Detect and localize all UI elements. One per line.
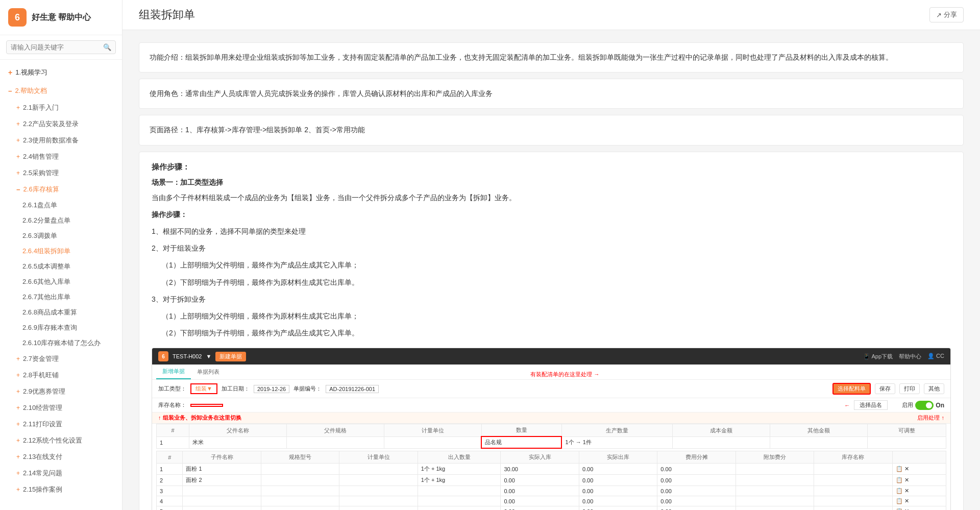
mock-new-btn[interactable]: 新建单据 (215, 352, 246, 361)
mock-other-btn[interactable]: 其他 (924, 383, 944, 394)
mock-select-btn[interactable]: 选择配料单 (832, 383, 871, 395)
step1: 1、根据不同的业务，选择不同单据的类型来处理 (152, 225, 951, 238)
mock-num-value: AD-20191226-001 (326, 385, 379, 393)
td-parent-spec (286, 436, 384, 448)
steps-block: 操作步骤： 场景一：加工类型选择 当由多个子件材料组装成一个成品的业务为【组装】… (139, 152, 964, 510)
mock-toggle-label: 启用 (902, 401, 913, 409)
nav-item-264[interactable]: 2.6.4组装拆卸单 (14, 244, 122, 259)
mock-print-btn[interactable]: 打印 (899, 383, 920, 394)
mock-bottom-table-area: # 子件名称 规格型号 计量单位 出入数量 实际入库 实际出库 费用分摊 附加费… (152, 451, 950, 510)
bth-op (892, 451, 946, 464)
plus-icon-purchase: + (16, 169, 20, 177)
sidebar-item-coupon[interactable]: + 2.9优惠券管理 (8, 383, 122, 400)
share-icon: ↗ (936, 11, 942, 19)
mock-screenshot: 6 TEST-H002 ▼ 新建单据 📱 App下载 帮助中心 👤 CC (152, 348, 950, 510)
table-row: 1 米米 品名规 1个 → 1件 (157, 436, 946, 448)
sidebar-item-print[interactable]: + 2.11打印设置 (8, 416, 122, 432)
table-row: 50.000.000.00📋 ✕ (157, 506, 946, 510)
sidebar-item-ops[interactable]: + 2.10经营管理 (8, 400, 122, 416)
toggle-circle (926, 402, 932, 408)
nav-item-261[interactable]: 2.6.1盘点单 (14, 198, 122, 213)
mock-form-header: 加工类型： 组装▼ 加工日期： 2019-12-26 单据编号： AD-2019… (152, 380, 950, 398)
nav-item-269[interactable]: 2.6.9库存账本查询 (14, 320, 122, 335)
bth-out: 实际出库 (579, 451, 657, 464)
sidebar-item-inventory[interactable]: − 2.6库存核算 (8, 181, 122, 198)
search-box[interactable]: 🔍 (6, 40, 116, 54)
td-cost (673, 436, 770, 448)
share-button[interactable]: ↗ 分享 (929, 7, 964, 22)
mock-helper: 帮助中心 (899, 353, 921, 360)
mock-bottom-table: # 子件名称 规格型号 计量单位 出入数量 实际入库 实际出库 费用分摊 附加费… (156, 451, 946, 510)
mock-stock-input[interactable] (190, 404, 223, 407)
sidebar-item-payment[interactable]: + 2.13在线支付 (8, 449, 122, 465)
sidebar-item-docs[interactable]: − 2.帮助文档 (0, 82, 122, 100)
mock-top-table-area: # 父件名称 父件规格 计量单位 数量 生产数量 成本金额 其他金额 可调整 (152, 424, 950, 451)
plus-icon-data: + (16, 137, 20, 144)
nav-item-266[interactable]: 2.6.6其他入库单 (14, 274, 122, 289)
plus-icon-cases: + (16, 486, 20, 493)
sidebar-item-video[interactable]: + 1.视频学习 (0, 64, 122, 81)
sidebar-item-sales[interactable]: + 2.4销售管理 (8, 149, 122, 165)
bth-extra: 附加费分 (736, 451, 814, 464)
mock-date-value: 2019-12-26 (254, 385, 289, 393)
mock-date-label: 加工日期： (222, 385, 250, 393)
sidebar-item-newbie[interactable]: + 2.1新手入门 (8, 100, 122, 116)
search-input[interactable] (11, 43, 103, 51)
sidebar-item-faq[interactable]: + 2.14常见问题 (8, 465, 122, 481)
mock-tab-active[interactable]: 新增单据 (156, 365, 191, 379)
toggle-on-label: On (936, 402, 944, 409)
scene1-title: 场景一：加工类型选择 (152, 178, 951, 187)
mock-annotation-row: ↑ 组装业务、拆卸业务在这里切换 启用处理 ↑ (152, 412, 950, 424)
intro-text: 功能介绍：组装拆卸单用来处理企业组装或拆卸等加工业务，支持有固定装配清单的产品加… (150, 53, 893, 61)
mock-toggle-on[interactable] (915, 401, 934, 410)
nav-item-265[interactable]: 2.6.5成本调整单 (14, 259, 122, 274)
plus-icon-faq: + (16, 470, 20, 477)
mock-qty-input[interactable]: 选择品名 (854, 400, 888, 410)
sidebar-item-finance[interactable]: + 2.7资金管理 (8, 351, 122, 367)
mock-tab-list[interactable]: 单据列表 (191, 365, 226, 379)
plus-icon-mobile: + (16, 372, 20, 379)
th-parent-name: 父件名称 (189, 424, 287, 437)
th-no: # (157, 424, 189, 437)
table-row: 2 面粉 2 1个 + 1kg 0.00 0.00 0.00 (157, 475, 946, 486)
mock-user: 👤 CC (927, 353, 944, 360)
sidebar-item-sys[interactable]: + 2.12系统个性化设置 (8, 432, 122, 449)
nav-item-262[interactable]: 2.6.2分量盘点单 (14, 213, 122, 228)
sidebar-item-data[interactable]: + 2.3使用前数据准备 (8, 132, 122, 149)
mock-type-label: 加工类型： (158, 385, 186, 393)
mock-save-btn[interactable]: 保存 (875, 383, 895, 394)
th-cost: 成本金额 (673, 424, 770, 437)
sidebar-item-cases[interactable]: + 2.15操作案例 (8, 481, 122, 498)
plus-icon-install: + (16, 120, 20, 128)
mock-type-selector[interactable]: 组装▼ (190, 383, 217, 394)
nav-item-2610[interactable]: 2.6.10库存账本错了怎么办 (14, 335, 122, 351)
plus-icon-newbie: + (16, 104, 20, 111)
th-qty: 数量 (481, 424, 561, 437)
main-header: 组装拆卸单 ↗ 分享 (122, 0, 980, 30)
mock-stock-row: 库存名称： ← 选择品名 启用 On (152, 398, 950, 412)
nav-item-268[interactable]: 2.6.8商品成本重算 (14, 305, 122, 320)
scene1-desc: 当由多个子件材料组装成一个成品的业务为【组装】业务，当由一个父件拆分成多个子产品… (152, 191, 951, 204)
sidebar-item-install[interactable]: + 2.2产品安装及登录 (8, 116, 122, 132)
td-parent-name: 米米 (189, 436, 287, 448)
minus-icon-inventory: − (16, 186, 20, 193)
intro-block: 功能介绍：组装拆卸单用来处理企业组装或拆卸等加工业务，支持有固定装配清单的产品加… (139, 42, 964, 72)
nav-item-267[interactable]: 2.6.7其他出库单 (14, 289, 122, 305)
nav-section-video: + 1.视频学习 (0, 64, 122, 81)
sidebar-item-purchase[interactable]: + 2.5采购管理 (8, 165, 122, 181)
td-no: 1 (157, 436, 189, 448)
plus-icon-sys: + (16, 437, 20, 444)
annotation-handle: 启用处理 ↑ (917, 414, 944, 422)
plus-icon-ops: + (16, 404, 20, 411)
mock-stock-label: 库存名称： (158, 401, 186, 409)
ops-title: 操作步骤： (152, 208, 951, 221)
th-parent-spec: 父件规格 (286, 424, 384, 437)
minus-icon: − (8, 87, 12, 95)
nav-item-263[interactable]: 2.6.3调拨单 (14, 228, 122, 244)
sidebar-item-mobile[interactable]: + 2.8手机旺铺 (8, 367, 122, 383)
bth-name: 子件名称 (183, 451, 261, 464)
bth-stock: 库存名称 (814, 451, 892, 464)
mock-qty-red[interactable]: 品名规 (485, 439, 502, 445)
annotation-assembly-text: ↑ 组装业务、拆卸业务在这里切换 (158, 414, 241, 422)
step3-1: （1）上部明细为父件明细，最终作为原材料生成其它出库单； (152, 310, 951, 323)
